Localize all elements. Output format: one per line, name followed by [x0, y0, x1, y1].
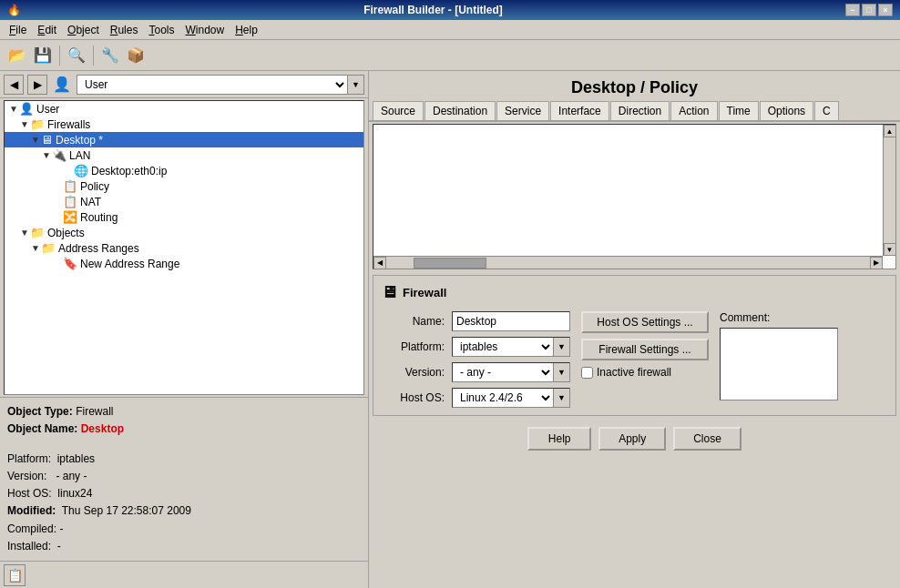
vscroll-up[interactable]: ▲: [884, 125, 896, 137]
hostos-select-wrap[interactable]: Linux 2.4/2.6 Linux 2.2 FreeBSD ▼: [452, 388, 570, 408]
tree-item-firewalls[interactable]: ▼ 📁 Firewalls: [5, 117, 363, 132]
hscroll-right[interactable]: ▶: [870, 257, 883, 269]
tab-options[interactable]: Options: [760, 101, 813, 120]
menu-rules[interactable]: Rules: [105, 22, 144, 38]
menu-edit[interactable]: Edit: [32, 22, 62, 38]
menu-object[interactable]: Object: [62, 22, 105, 38]
menu-window[interactable]: Window: [179, 22, 230, 38]
main-area: ◀ ▶ 👤 User ▼ ▼ 👤 User ▼ 📁: [0, 71, 900, 588]
version-select-arrow[interactable]: ▼: [553, 363, 569, 381]
object-name-label: Object Name:: [7, 422, 77, 435]
expand-arrow-firewalls[interactable]: ▼: [19, 119, 30, 129]
tab-source[interactable]: Source: [373, 101, 424, 120]
tree-item-lan[interactable]: ▼ 🔌 LAN: [5, 147, 363, 163]
address-ranges-tree-icon: 📁: [41, 241, 56, 255]
back-button[interactable]: ◀: [4, 75, 24, 95]
open-folder-button[interactable]: 📂: [5, 44, 29, 67]
lan-tree-icon: 🔌: [52, 148, 66, 162]
tree-item-desktop[interactable]: ▼ 🖥 Desktop *: [5, 132, 363, 147]
hostos-value: linux24: [57, 487, 92, 500]
nav-select-wrap[interactable]: User ▼: [77, 75, 364, 95]
apply-button[interactable]: Apply: [598, 427, 666, 451]
policy-hscroll[interactable]: ◀ ▶: [373, 256, 883, 269]
expand-arrow-new-addr: [52, 259, 63, 269]
close-button[interactable]: ×: [878, 4, 893, 16]
tab-direction[interactable]: Direction: [610, 101, 670, 120]
tab-destination[interactable]: Destination: [424, 101, 496, 120]
inactive-checkbox[interactable]: [581, 367, 593, 379]
object-name-value: Desktop: [81, 422, 124, 435]
tree-item-address-ranges[interactable]: ▼ 📁 Address Ranges: [5, 240, 363, 256]
tab-time[interactable]: Time: [719, 101, 759, 120]
tab-comment[interactable]: C: [814, 101, 839, 120]
version-select[interactable]: - any - 1.2 1.3: [453, 365, 553, 380]
firewall-settings-button[interactable]: Firewall Settings ...: [581, 339, 709, 360]
policy-header: Desktop / Policy: [369, 71, 900, 101]
host-os-settings-button[interactable]: Host OS Settings ...: [581, 311, 709, 333]
nav-select-arrow[interactable]: ▼: [347, 76, 363, 94]
save-button[interactable]: 💾: [31, 44, 55, 67]
expand-arrow-desktop[interactable]: ▼: [30, 135, 41, 145]
vscroll-down[interactable]: ▼: [884, 243, 896, 256]
hostos-select-arrow[interactable]: ▼: [553, 389, 569, 407]
expand-arrow-objects[interactable]: ▼: [19, 228, 30, 238]
help-button[interactable]: Help: [527, 427, 591, 451]
expand-arrow-lan[interactable]: ▼: [41, 150, 52, 160]
platform-select-arrow[interactable]: ▼: [553, 338, 569, 356]
tab-interface[interactable]: Interface: [550, 101, 609, 120]
tree-area[interactable]: ▼ 👤 User ▼ 📁 Firewalls ▼ 🖥 Desktop *: [4, 100, 364, 395]
menu-tools[interactable]: Tools: [143, 22, 179, 38]
version-label: Version:: [7, 470, 53, 482]
desktop-tree-icon: 🖥: [41, 133, 53, 147]
expand-arrow-address-ranges[interactable]: ▼: [30, 243, 41, 253]
menu-file[interactable]: File: [4, 22, 32, 38]
user-tree-icon: 👤: [19, 102, 34, 116]
menu-help[interactable]: Help: [230, 22, 263, 38]
firewalls-tree-icon: 📁: [30, 117, 45, 131]
hostos-select[interactable]: Linux 2.4/2.6 Linux 2.2 FreeBSD: [453, 390, 553, 405]
object-list-icon[interactable]: 📋: [4, 564, 26, 586]
tab-service[interactable]: Service: [496, 101, 549, 120]
platform-select-wrap[interactable]: iptables pf ipfw ▼: [452, 337, 570, 357]
compiled-value: -: [59, 522, 63, 535]
firewall-form-middle: Host OS Settings ... Firewall Settings .…: [581, 311, 709, 408]
tree-item-objects[interactable]: ▼ 📁 Objects: [5, 225, 363, 240]
firewall-form: Name: Platform: iptables pf ipfw ▼ Versi…: [381, 311, 888, 408]
platform-select[interactable]: iptables pf ipfw: [453, 340, 553, 354]
tree-item-routing[interactable]: 🔀 Routing: [5, 209, 363, 225]
tree-item-user[interactable]: ▼ 👤 User: [5, 101, 363, 117]
maximize-button[interactable]: □: [862, 4, 876, 16]
policy-vscroll[interactable]: ▲ ▼: [883, 125, 895, 256]
inactive-label[interactable]: Inactive firewall: [597, 366, 671, 379]
tab-action[interactable]: Action: [670, 101, 717, 120]
nav-select[interactable]: User: [77, 77, 347, 92]
object-type-label: Object Type:: [7, 405, 73, 418]
tree-item-eth0[interactable]: 🌐 Desktop:eth0:ip: [5, 163, 363, 178]
forward-button[interactable]: ▶: [27, 75, 47, 95]
tree-label-eth0: Desktop:eth0:ip: [91, 165, 167, 177]
comment-textarea[interactable]: [720, 328, 838, 400]
expand-arrow-user[interactable]: ▼: [8, 104, 19, 114]
compile-button[interactable]: 🔧: [98, 44, 122, 67]
minimize-button[interactable]: −: [845, 4, 860, 16]
nav-bar: ◀ ▶ 👤 User ▼: [0, 71, 368, 98]
eth0-tree-icon: 🌐: [74, 164, 88, 177]
version-select-wrap[interactable]: - any - 1.2 1.3 ▼: [452, 362, 570, 382]
expand-arrow-policy: [52, 181, 63, 191]
tree-item-policy[interactable]: 📋 Policy: [5, 178, 363, 194]
policy-table-area[interactable]: ▲ ▼ ◀ ▶: [373, 124, 896, 269]
tree-label-objects: Objects: [47, 227, 85, 239]
search-button[interactable]: 🔍: [65, 44, 88, 67]
info-panel: Object Type: Firewall Object Name: Deskt…: [0, 397, 368, 562]
comment-label: Comment:: [720, 311, 838, 324]
toolbar-separator-2: [93, 46, 94, 66]
hscroll-thumb[interactable]: [414, 258, 486, 269]
expand-arrow-eth0: [63, 166, 74, 176]
install-button[interactable]: 📦: [124, 44, 148, 67]
tree-item-new-address-range[interactable]: 🔖 New Address Range: [5, 256, 363, 271]
name-input[interactable]: [452, 311, 570, 331]
hscroll-left[interactable]: ◀: [373, 257, 386, 269]
app-icon: 🔥: [7, 4, 21, 16]
close-button-bottom[interactable]: Close: [673, 427, 741, 451]
tree-item-nat[interactable]: 📋 NAT: [5, 194, 363, 209]
